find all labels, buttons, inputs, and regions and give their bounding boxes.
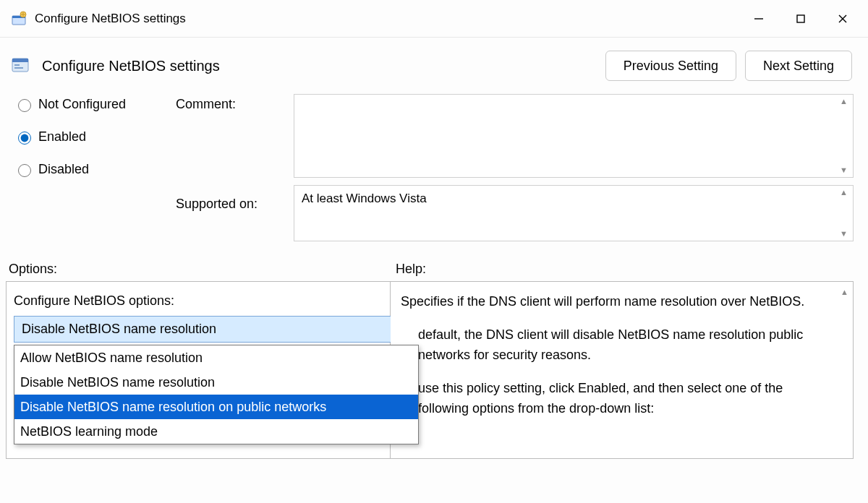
- app-icon: [12, 11, 27, 27]
- supported-on-value: At least Windows Vista: [302, 192, 427, 205]
- radio-not-configured-label: Not Configured: [38, 97, 126, 112]
- next-setting-button[interactable]: Next Setting: [745, 51, 852, 81]
- policy-icon: [10, 55, 32, 77]
- form-area: Not Configured Enabled Disabled Comment:…: [0, 91, 868, 241]
- netbios-options-combo[interactable]: Disable NetBIOS name resolution Allow Ne…: [14, 316, 383, 343]
- previous-setting-button[interactable]: Previous Setting: [605, 51, 736, 81]
- help-paragraph: default, the DNS client will disable Net…: [401, 325, 833, 366]
- help-pane[interactable]: ▲ Specifies if the DNS client will perfo…: [391, 281, 854, 459]
- supported-on-label: Supported on:: [176, 194, 288, 241]
- titlebar: Configure NetBIOS settings: [0, 0, 868, 38]
- scroll-down-icon[interactable]: ▼: [840, 230, 850, 238]
- radio-disabled-label: Disabled: [38, 162, 89, 177]
- comment-field[interactable]: ▲ ▼: [294, 94, 854, 178]
- page-heading: Configure NetBIOS settings: [42, 58, 220, 74]
- combo-option[interactable]: Disable NetBIOS name resolution: [14, 370, 418, 395]
- scroll-down-icon[interactable]: ▼: [840, 166, 850, 174]
- combo-dropdown-list: Allow NetBIOS name resolution Disable Ne…: [14, 345, 419, 444]
- radio-disabled-input[interactable]: [18, 164, 31, 177]
- options-section-label: Options:: [9, 262, 396, 277]
- scroll-up-icon[interactable]: ▲: [840, 189, 850, 197]
- radio-enabled-label: Enabled: [38, 129, 86, 145]
- svg-rect-9: [14, 64, 20, 66]
- radio-not-configured[interactable]: Not Configured: [14, 97, 170, 112]
- state-radio-group: Not Configured Enabled Disabled: [14, 94, 170, 241]
- radio-enabled-input[interactable]: [18, 132, 31, 145]
- radio-not-configured-input[interactable]: [18, 99, 31, 112]
- options-pane: Configure NetBIOS options: Disable NetBI…: [6, 281, 391, 459]
- maximize-button[interactable]: [780, 4, 822, 33]
- scroll-up-icon[interactable]: ▲: [841, 286, 848, 298]
- header: Configure NetBIOS settings Previous Sett…: [0, 38, 868, 91]
- close-button[interactable]: [822, 4, 864, 33]
- svg-rect-10: [14, 67, 23, 69]
- window-title: Configure NetBIOS settings: [35, 12, 186, 26]
- combo-option-highlighted[interactable]: Disable NetBIOS name resolution on publi…: [14, 395, 418, 419]
- combo-option[interactable]: Allow NetBIOS name resolution: [14, 345, 418, 370]
- help-section-label: Help:: [396, 262, 426, 277]
- combo-selected-value[interactable]: Disable NetBIOS name resolution: [14, 316, 393, 343]
- help-paragraph: use this policy setting, click Enabled, …: [401, 379, 833, 419]
- comment-label: Comment:: [176, 94, 288, 178]
- scroll-up-icon[interactable]: ▲: [840, 98, 850, 106]
- combo-label: Configure NetBIOS options:: [14, 293, 383, 309]
- minimize-button[interactable]: [738, 4, 780, 33]
- panes: Configure NetBIOS options: Disable NetBI…: [0, 281, 868, 459]
- help-paragraph: Specifies if the DNS client will perform…: [401, 292, 833, 312]
- combo-option[interactable]: NetBIOS learning mode: [14, 419, 418, 444]
- svg-rect-8: [12, 59, 28, 62]
- radio-enabled[interactable]: Enabled: [14, 129, 170, 145]
- supported-on-field: At least Windows Vista ▲ ▼: [294, 185, 854, 241]
- section-labels: Options: Help:: [0, 241, 868, 281]
- radio-disabled[interactable]: Disabled: [14, 162, 170, 177]
- svg-rect-4: [797, 15, 804, 22]
